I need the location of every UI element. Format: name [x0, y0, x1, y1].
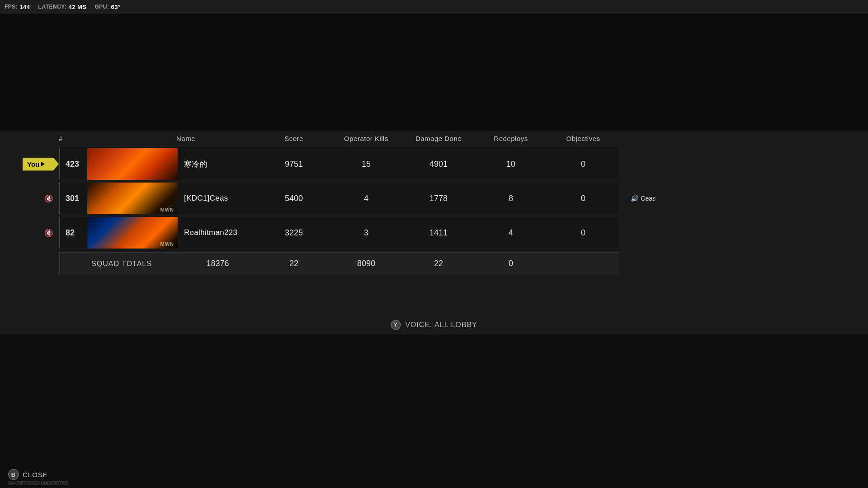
avatar-3: MWN [87, 217, 178, 249]
speaker-name-2: Ceas [641, 195, 656, 202]
you-badge: You [23, 158, 59, 171]
mw-logo-2: MWN [160, 207, 175, 212]
totals-redeploys: 22 [402, 259, 475, 268]
gpu-display: GPU: 63° [95, 4, 121, 10]
totals-objectives: 0 [475, 259, 547, 268]
bottom-overlay [0, 334, 868, 488]
score-3: 3225 [258, 228, 330, 238]
objectives-3: 0 [547, 228, 619, 238]
rank-3: 82 [60, 228, 87, 238]
header-operator-kills: Operator Kills [330, 135, 402, 142]
score-2: 5400 [258, 194, 330, 203]
kills-2: 4 [330, 194, 402, 203]
top-overlay [0, 14, 868, 131]
totals-kills: 22 [258, 259, 330, 268]
fps-display: FPS: 144 [5, 4, 30, 10]
damage-3: 1411 [402, 228, 475, 238]
squad-totals-wrapper: SQUAD TOTALS 18376 22 8090 22 0 [59, 252, 619, 275]
player-row-data-3: 82 MWN Realhitman223 3225 3 1411 4 0 [59, 217, 619, 249]
close-label: CLOSE [23, 471, 48, 479]
kills-3: 3 [330, 228, 402, 238]
header-rank: # [59, 135, 86, 142]
speaker-icon-2: 🔊 [631, 195, 638, 202]
you-arrow-icon [41, 162, 45, 166]
damage-1: 4901 [402, 160, 475, 169]
mute-icon-2[interactable]: 🔇 [44, 194, 53, 203]
you-label: You [27, 160, 39, 168]
column-headers: # Name Score Operator Kills Damage Done … [59, 131, 619, 146]
close-bar: B CLOSE [8, 469, 48, 480]
fps-label: FPS: [5, 4, 18, 10]
totals-damage: 8090 [330, 259, 402, 268]
player-row-data-2: 301 MWN [KDC1]Ceas 5400 4 1778 8 0 [59, 183, 619, 214]
scoreboard: # Name Score Operator Kills Damage Done … [59, 131, 619, 275]
squad-totals-label: SQUAD TOTALS [60, 260, 178, 268]
redeploys-3: 4 [475, 228, 547, 238]
header-damage-done: Damage Done [402, 135, 475, 142]
avatar-2: MWN [87, 183, 178, 214]
header-objectives: Objectives [547, 135, 619, 142]
gpu-label: GPU: [95, 4, 109, 10]
b-button[interactable]: B [8, 469, 19, 480]
fps-value: 144 [19, 4, 30, 10]
speaker-label-2: 🔊 Ceas [631, 195, 656, 202]
kills-1: 15 [330, 160, 402, 169]
player-row-2: 🔇 301 MWN [KDC1]Ceas 5400 4 1778 8 0 🔊 C… [59, 183, 619, 214]
mute-icon-3[interactable]: 🔇 [44, 229, 53, 237]
latency-label: LATENCY: [38, 4, 67, 10]
totals-score: 18376 [178, 259, 258, 268]
name-1: 寒冷的 [178, 159, 258, 169]
redeploys-1: 10 [475, 160, 547, 169]
player-row-data-1: 423 寒冷的 9751 15 4901 10 0 [59, 148, 619, 180]
rank-1: 423 [60, 160, 87, 169]
name-2: [KDC1]Ceas [178, 194, 258, 203]
gpu-value: 63° [111, 4, 121, 10]
voice-label: VOICE: ALL LOBBY [405, 321, 477, 329]
header-avatar-spacer [86, 135, 176, 142]
y-button[interactable]: Y [391, 320, 401, 330]
header-name: Name [176, 135, 258, 142]
latency-value: 42 MS [68, 4, 86, 10]
score-1: 9751 [258, 160, 330, 169]
squad-totals-row: SQUAD TOTALS 18376 22 8090 22 0 [59, 252, 619, 275]
mw-logo-3: MWN [160, 241, 175, 247]
name-3: Realhitman223 [178, 228, 258, 237]
avatar-1 [87, 148, 178, 180]
session-id: 84438799924000030745 [8, 480, 68, 486]
redeploys-2: 8 [475, 194, 547, 203]
voice-bar: Y VOICE: ALL LOBBY [391, 320, 477, 330]
damage-2: 1778 [402, 194, 475, 203]
player-row-3: 🔇 82 MWN Realhitman223 3225 3 1411 4 0 [59, 217, 619, 249]
rank-2: 301 [60, 194, 87, 203]
header-score: Score [258, 135, 330, 142]
objectives-2: 0 [547, 194, 619, 203]
objectives-1: 0 [547, 160, 619, 169]
hud-bar: FPS: 144 LATENCY: 42 MS GPU: 63° [0, 0, 868, 14]
latency-display: LATENCY: 42 MS [38, 4, 87, 10]
player-row-you: You 423 寒冷的 9751 15 4901 10 0 [59, 148, 619, 180]
header-redeploys: Redeploys [475, 135, 547, 142]
